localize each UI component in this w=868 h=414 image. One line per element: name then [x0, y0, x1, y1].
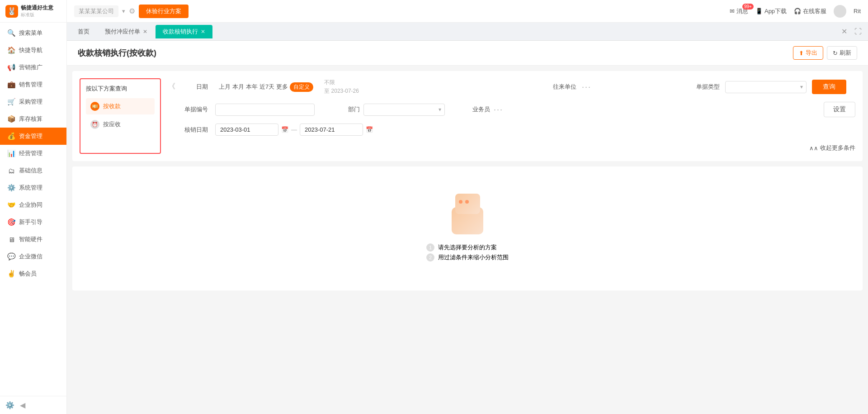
- close-tab-btn[interactable]: ✕: [839, 26, 850, 37]
- date-shortcut-more[interactable]: 更多: [276, 83, 288, 91]
- date-shortcut-7days[interactable]: 近7天: [259, 83, 274, 91]
- receivable-option-icon: ⏰: [90, 120, 99, 129]
- filter-row-date: 日期 上月 本月 本年 近7天 更多 自定义 不限 至 2023-07-26: [181, 78, 855, 95]
- message-btn[interactable]: ✉ 消息 99+: [730, 7, 748, 15]
- top-bar-right: ✉ 消息 99+ 📱 App下载 🎧 在线客服 Rit: [730, 5, 861, 18]
- message-badge: 99+: [742, 4, 754, 10]
- sales-icon: 💼: [7, 81, 15, 89]
- page-header: 收款核销执行(按收款) ⬆ 导出 ↻ 刷新: [67, 41, 868, 66]
- user-name[interactable]: Rit: [854, 8, 861, 14]
- collapse-sidebar-icon[interactable]: ◀: [20, 401, 25, 409]
- main-area: 某某某某公司 ▾ ⚙ 休验行业方案 ✉ 消息 99+ 📱 App下载 🎧 在线客…: [67, 0, 868, 414]
- refresh-btn[interactable]: ↻ 刷新: [827, 46, 857, 60]
- company-dropdown-icon[interactable]: ▾: [122, 8, 125, 14]
- top-bar-left: 某某某某公司 ▾ ⚙ 休验行业方案: [74, 5, 724, 18]
- staff-label: 业务员: [463, 105, 490, 114]
- verify-date-label: 核销日期: [181, 126, 208, 134]
- tab-receipt-cancel[interactable]: 收款核销执行 ✕: [156, 25, 212, 38]
- megaphone-icon: 📢: [7, 63, 15, 71]
- sidebar-item-wechat[interactable]: 💬 企业微信: [0, 248, 66, 265]
- calendar-end-icon[interactable]: 📅: [366, 126, 373, 133]
- search-icon: 🔍: [7, 29, 15, 37]
- sidebar-item-marketing[interactable]: 📢 营销推广: [0, 59, 66, 76]
- gear-icon: ⚙️: [7, 184, 15, 192]
- filter-area: 按以下方案查询 💴 按收款 ⏰ 按应收 《 日期 上月: [72, 71, 863, 161]
- tip-num-1: 1: [426, 243, 434, 252]
- filter-form: 日期 上月 本月 本年 近7天 更多 自定义 不限 至 2023-07-26: [181, 78, 855, 154]
- order-type-select-wrapper: [725, 81, 807, 93]
- empty-tip-2: 2 用过滤条件来缩小分析范围: [426, 253, 509, 262]
- box-icon: 📦: [7, 115, 15, 123]
- phone-icon: 📱: [755, 8, 763, 14]
- cart-icon: 🛒: [7, 98, 15, 106]
- counterpart-label: 往来单位: [549, 83, 576, 91]
- handshake-icon: 🤝: [7, 201, 15, 209]
- page-header-actions: ⬆ 导出 ↻ 刷新: [793, 46, 857, 65]
- dept-select[interactable]: [363, 104, 445, 116]
- settings-btn[interactable]: 设置: [824, 102, 855, 117]
- filter-sidebar-panel: 按以下方案查询 💴 按收款 ⏰ 按应收: [80, 78, 161, 154]
- order-type-label: 单据类型: [693, 83, 720, 91]
- sidebar-menu: 🔍 搜索菜单 🏠 快捷导航 📢 营销推广 💼 销售管理 🛒 采购管理 📦 库存核…: [0, 23, 66, 396]
- dept-select-wrapper: [363, 104, 445, 116]
- topbar-gear-icon[interactable]: ⚙: [129, 7, 135, 15]
- verify-date-start[interactable]: [215, 124, 278, 136]
- page-title: 收款核销执行(按收款): [78, 48, 156, 64]
- staff-input[interactable]: ···: [494, 105, 503, 114]
- sidebar-item-search[interactable]: 🔍 搜索菜单: [0, 24, 66, 42]
- sidebar-item-shortcuts[interactable]: 🏠 快捷导航: [0, 42, 66, 59]
- industry-btn[interactable]: 休验行业方案: [139, 5, 189, 18]
- order-no-input[interactable]: [215, 104, 315, 116]
- settings-bottom-icon[interactable]: ⚙️: [5, 401, 14, 409]
- sidebar-item-hardware[interactable]: 🖥 智能硬件: [0, 231, 66, 248]
- collapse-up-icon: ∧∧: [809, 145, 818, 152]
- sidebar: 🐰 畅捷通好生意 标准版 🔍 搜索菜单 🏠 快捷导航 📢 营销推广 💼 销售管理…: [0, 0, 67, 414]
- sidebar-bottom: ⚙️ ◀: [0, 396, 66, 414]
- filter-option-by-receivable[interactable]: ⏰ 按应收: [86, 116, 155, 133]
- expand-tab-btn[interactable]: ⛶: [852, 27, 864, 37]
- sidebar-item-system[interactable]: ⚙️ 系统管理: [0, 179, 66, 196]
- user-avatar[interactable]: [834, 5, 846, 18]
- filter-row-order: 单据编号 部门 业务员 ··· 设置: [181, 102, 855, 117]
- empty-state: 1 请先选择要分析的方案 2 用过滤条件来缩小分析范围: [72, 167, 863, 290]
- order-no-label: 单据编号: [181, 105, 208, 114]
- verify-date-end[interactable]: [300, 124, 363, 136]
- sidebar-item-sales[interactable]: 💼 销售管理: [0, 76, 66, 93]
- filter-option-by-receipt[interactable]: 💴 按收款: [86, 98, 155, 114]
- service-icon: 🎧: [794, 8, 801, 14]
- logo-icon: 🐰: [5, 5, 18, 18]
- date-shortcut-this-month[interactable]: 本月: [232, 83, 244, 91]
- filter-collapse-btn[interactable]: 《: [168, 78, 177, 91]
- order-type-select[interactable]: [725, 81, 807, 93]
- tab-controls: ✕ ⛶: [839, 26, 864, 37]
- tab-receipt-cancel-close[interactable]: ✕: [201, 29, 205, 35]
- sidebar-item-member[interactable]: ✌ 畅会员: [0, 265, 66, 282]
- top-bar: 某某某某公司 ▾ ⚙ 休验行业方案 ✉ 消息 99+ 📱 App下载 🎧 在线客…: [67, 0, 868, 23]
- sidebar-item-inventory[interactable]: 📦 库存核算: [0, 110, 66, 128]
- sidebar-item-purchase[interactable]: 🛒 采购管理: [0, 93, 66, 110]
- date-no-limit: 不限: [324, 78, 359, 87]
- tab-home[interactable]: 首页: [71, 25, 97, 38]
- sidebar-item-funds[interactable]: 💰 资金管理: [0, 128, 66, 145]
- date-shortcut-this-year[interactable]: 本年: [246, 83, 258, 91]
- tab-prepay[interactable]: 预付冲应付单 ✕: [98, 25, 155, 38]
- calendar-start-icon[interactable]: 📅: [281, 126, 288, 133]
- counterpart-input[interactable]: ···: [582, 82, 591, 92]
- collapse-more-btn[interactable]: ∧∧ 收起更多条件: [181, 142, 855, 154]
- date-custom-badge[interactable]: 自定义: [290, 82, 313, 92]
- export-btn[interactable]: ⬆ 导出: [793, 46, 823, 60]
- date-shortcut-last-month[interactable]: 上月: [219, 83, 231, 91]
- sidebar-item-operations[interactable]: 📊 经营管理: [0, 145, 66, 162]
- online-service-btn[interactable]: 🎧 在线客服: [794, 7, 826, 15]
- sidebar-item-enterprise[interactable]: 🤝 企业协同: [0, 196, 66, 214]
- company-selector[interactable]: 某某某某公司: [74, 5, 118, 17]
- sidebar-item-basic[interactable]: 🗂 基础信息: [0, 162, 66, 179]
- app-download-btn[interactable]: 📱 App下载: [755, 7, 787, 15]
- empty-tip-1: 1 请先选择要分析的方案: [426, 243, 509, 252]
- message-icon: ✉: [730, 8, 735, 14]
- date-shortcuts: 上月 本月 本年 近7天 更多 自定义: [219, 82, 313, 92]
- sidebar-item-guide[interactable]: 🎯 新手引导: [0, 214, 66, 231]
- query-btn[interactable]: 查询: [812, 80, 846, 94]
- tab-prepay-close[interactable]: ✕: [143, 29, 147, 35]
- home-icon: 🏠: [7, 46, 15, 54]
